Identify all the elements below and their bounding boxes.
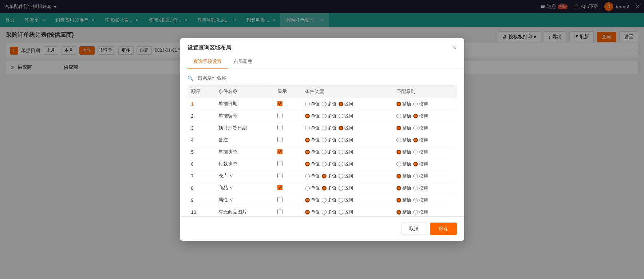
dialog-tabs: 查询字段设置 布局调整	[180, 52, 464, 69]
dialog-close-btn[interactable]: ×	[453, 44, 457, 52]
tab-query-fields[interactable]: 查询字段设置	[187, 56, 228, 69]
dialog-search-area: 🔍	[180, 69, 464, 78]
modal-overlay: 设置查询区域布局 × 查询字段设置 布局调整 🔍 顺序 条件名称 显示 条件类型	[0, 0, 644, 78]
search-input[interactable]	[195, 74, 268, 78]
settings-dialog: 设置查询区域布局 × 查询字段设置 布局调整 🔍 顺序 条件名称 显示 条件类型	[180, 38, 464, 78]
dialog-header: 设置查询区域布局 ×	[180, 38, 464, 52]
search-icon: 🔍	[187, 75, 193, 78]
dialog-title: 设置查询区域布局	[187, 44, 231, 51]
tab-layout-adjust[interactable]: 布局调整	[228, 56, 258, 69]
